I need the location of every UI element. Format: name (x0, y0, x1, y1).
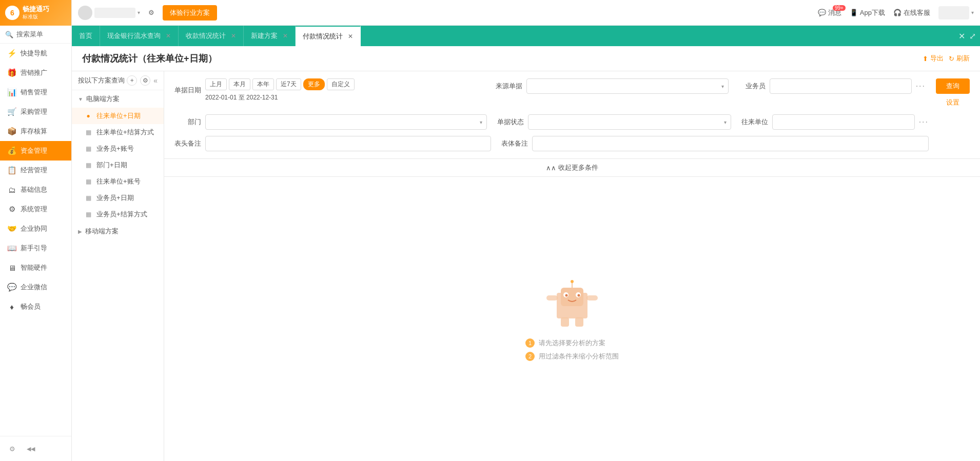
close-window-btn[interactable]: ✕ (958, 31, 965, 41)
date-btn-this-year[interactable]: 本年 (252, 78, 274, 90)
scheme-item-partner-account-label: 往来单位+账号 (96, 177, 141, 186)
scheme-collapse-btn[interactable]: « (153, 76, 158, 85)
sidebar-item-inventory[interactable]: 📦 库存核算 (0, 122, 71, 141)
date-btn-row: 上月 本月 本年 近7天 更多 自定义 (205, 78, 485, 90)
sidebar-item-quick-nav[interactable]: ⚡ 快捷导航 (0, 44, 71, 63)
settings-link[interactable]: 设置 (946, 97, 959, 108)
export-btn[interactable]: ⬆ 导出 (923, 54, 944, 63)
partner-dots[interactable]: ··· (919, 117, 929, 127)
maximize-window-btn[interactable]: ⤢ (969, 31, 976, 41)
date-btn-7days[interactable]: 近7天 (276, 78, 301, 90)
partner-input[interactable] (772, 114, 915, 130)
scheme-item-staff-date[interactable]: ▦ 业务员+日期 (72, 190, 164, 206)
sidebar-item-guide[interactable]: 📖 新手引导 (0, 238, 71, 258)
smart-hw-icon: 🖥 (7, 263, 16, 272)
sidebar-item-system[interactable]: ⚙ 系统管理 (0, 199, 71, 219)
footer-collapse-btn[interactable]: ◀◀ (24, 442, 38, 456)
date-btn-this-month[interactable]: 本月 (229, 78, 250, 90)
page-title: 付款情况统计（往来单位+日期） (82, 52, 217, 65)
sidebar-item-smart-hw[interactable]: 🖥 智能硬件 (0, 258, 71, 277)
date-range-display[interactable]: 2022-01-01 至 2022-12-31 (205, 93, 485, 102)
sidebar-item-operation[interactable]: 📋 经营管理 (0, 161, 71, 180)
tab-income-stats-label: 收款情况统计 (186, 31, 226, 41)
sidebar-item-wechat[interactable]: 💬 企业微信 (0, 277, 71, 297)
date-btn-more[interactable]: 更多 (303, 78, 325, 90)
topbar-left: ▾ ⚙ 体验行业方案 (78, 5, 813, 21)
topbar-settings-btn[interactable]: ⚙ (144, 6, 159, 20)
user-area[interactable]: ▾ (78, 6, 140, 20)
finance-icon: 💰 (7, 146, 16, 155)
scheme-item-dept-date[interactable]: ▦ 部门+日期 (72, 157, 164, 173)
collapse-more-btn[interactable]: ∧∧ 收起更多条件 (546, 163, 598, 172)
scheme-mobile-group-header[interactable]: ▶ 移动端方案 (78, 227, 158, 236)
sales-label: 销售管理 (21, 88, 47, 97)
scheme-item-partner-settlement-icon: ▦ (84, 128, 92, 136)
source-voucher-select[interactable]: ▾ (526, 78, 729, 94)
sidebar-item-finance[interactable]: 💰 资金管理 (0, 141, 71, 161)
scheme-item-staff-settlement[interactable]: ▦ 业务员+结算方式 (72, 206, 164, 223)
dept-select[interactable]: ▾ (205, 114, 487, 130)
empty-tip-1-text: 请先选择要分析的方案 (539, 338, 605, 348)
scheme-item-staff-account-icon: ▦ (84, 145, 92, 153)
scheme-item-partner-settlement[interactable]: ▦ 往来单位+结算方式 (72, 124, 164, 141)
online-service-btn[interactable]: 🎧 在线客服 (893, 8, 930, 17)
scheme-item-staff-account[interactable]: ▦ 业务员+账号 (72, 141, 164, 157)
query-btn[interactable]: 查询 (936, 78, 970, 94)
sidebar-item-marketing[interactable]: 🎁 营销推广 (0, 63, 71, 83)
sidebar-search[interactable]: 🔍 搜索菜单 (0, 26, 71, 44)
scheme-item-staff-date-label: 业务员+日期 (96, 193, 134, 203)
filter-staff: 业务员 ··· (739, 78, 926, 94)
tab-payment-stats[interactable]: 付款情况统计 ✕ (296, 26, 361, 46)
topbar-user-name[interactable]: ▾ (938, 6, 974, 19)
scheme-item-partner-date[interactable]: ● 往来单位+日期 (72, 108, 164, 124)
message-icon: 💬 (818, 9, 826, 16)
empty-icon (541, 277, 603, 329)
messages-btn[interactable]: 💬 消息 99+ (818, 8, 841, 17)
page-actions: ⬆ 导出 ↻ 刷新 (923, 54, 970, 63)
search-label: 搜索菜单 (16, 30, 43, 39)
body-note-input[interactable] (532, 136, 929, 151)
basic-info-label: 基础信息 (21, 185, 47, 194)
tab-payment-stats-label: 付款情况统计 (303, 32, 343, 41)
tab-new-scheme[interactable]: 新建方案 ✕ (244, 26, 296, 46)
user-dropdown-icon: ▾ (138, 10, 140, 15)
vip-icon: ♦ (7, 302, 16, 311)
sidebar-item-vip[interactable]: ♦ 畅会员 (0, 297, 71, 316)
tab-income-stats-close[interactable]: ✕ (231, 32, 236, 39)
footer-collapse-icon: ◀◀ (27, 446, 35, 452)
filter-form: 单据日期 上月 本月 本年 近7天 更多 自定义 20 (164, 71, 980, 159)
date-btn-custom[interactable]: 自定义 (327, 78, 355, 90)
tab-cash-flow-close[interactable]: ✕ (166, 32, 171, 39)
app-download-btn[interactable]: 📱 App下载 (850, 8, 885, 17)
sidebar-item-sales[interactable]: 📊 销售管理 (0, 83, 71, 102)
scheme-settings-btn[interactable]: ⚙ (140, 75, 150, 86)
voucher-status-select[interactable]: ▾ (528, 114, 731, 130)
tab-cash-flow-label: 现金银行流水查询 (107, 31, 161, 41)
scheme-add-btn[interactable]: + (127, 75, 137, 86)
tab-cash-flow[interactable]: 现金银行流水查询 ✕ (100, 26, 179, 46)
sidebar-item-purchase[interactable]: 🛒 采购管理 (0, 102, 71, 122)
footer-settings-btn[interactable]: ⚙ (5, 442, 19, 456)
staff-input[interactable] (770, 78, 911, 94)
marketing-label: 营销推广 (21, 68, 47, 77)
tip-num-2: 2 (525, 352, 535, 361)
sidebar-item-basic-info[interactable]: 🗂 基础信息 (0, 180, 71, 199)
svg-rect-1 (561, 288, 583, 306)
refresh-label: 刷新 (956, 54, 970, 63)
tab-new-scheme-close[interactable]: ✕ (283, 32, 288, 39)
body-note-label: 表体备注 (501, 139, 528, 148)
scheme-desktop-group-header[interactable]: ▼ 电脑端方案 (72, 90, 164, 108)
sidebar-item-coop[interactable]: 🤝 企业协同 (0, 219, 71, 238)
empty-illustration (541, 277, 603, 330)
refresh-btn[interactable]: ↻ 刷新 (949, 54, 970, 63)
staff-dots[interactable]: ··· (916, 82, 926, 91)
tab-home[interactable]: 首页 (72, 26, 100, 46)
scheme-item-partner-account[interactable]: ▦ 往来单位+账号 (72, 173, 164, 190)
date-btn-last-month[interactable]: 上月 (205, 78, 227, 90)
page-header: 付款情况统计（往来单位+日期） ⬆ 导出 ↻ 刷新 (72, 46, 980, 71)
trial-industry-btn[interactable]: 体验行业方案 (163, 5, 217, 21)
tab-income-stats[interactable]: 收款情况统计 ✕ (179, 26, 244, 46)
coop-icon: 🤝 (7, 224, 16, 233)
tab-payment-stats-close[interactable]: ✕ (348, 33, 353, 40)
header-note-input[interactable] (205, 136, 491, 151)
